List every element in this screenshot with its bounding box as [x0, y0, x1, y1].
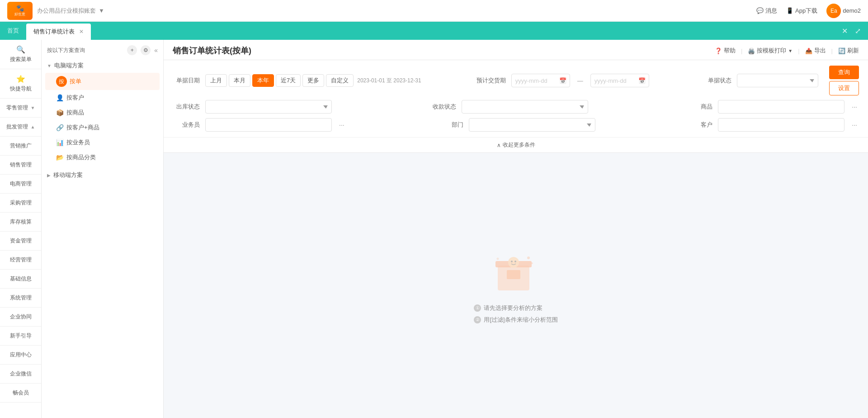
collapse-bar[interactable]: ∧ 收起更多条件 [164, 137, 868, 152]
tip-item-1: ① 请先选择要分析的方案 [474, 302, 557, 314]
order-status-select[interactable] [737, 74, 818, 87]
customer-more-btn[interactable]: ··· [850, 121, 859, 128]
tree-item-by-customer[interactable]: 👤 按客户 [45, 90, 160, 105]
date-separator: — [576, 77, 585, 84]
sidebar-item-search-menu[interactable]: 🔍 搜索菜单 [0, 40, 41, 69]
wechat-label: 企业微信 [10, 370, 32, 378]
tab-sales-order[interactable]: 销售订单统计表 ✕ [26, 24, 91, 40]
close-window-btn[interactable]: ✕ [840, 25, 849, 37]
goods-more-btn[interactable]: ··· [850, 103, 859, 110]
date-btn-this-month[interactable]: 本月 [229, 74, 250, 87]
purchase-label: 采购管理 [10, 199, 32, 207]
sidebar-item-enterprise[interactable]: 企业协同 [0, 308, 41, 327]
sidebar-item-newbie[interactable]: 新手引导 [0, 327, 41, 346]
salesman-input[interactable] [205, 118, 332, 132]
basic-label: 基础信息 [10, 275, 32, 283]
dept-select[interactable] [469, 118, 595, 132]
print-template-btn[interactable]: 🖨️ 按模板打印 ▼ [748, 47, 793, 55]
sidebar-item-ecommerce[interactable]: 电商管理 [0, 175, 41, 194]
date-btn-this-year[interactable]: 本年 [252, 74, 274, 87]
date-btn-custom[interactable]: 自定义 [326, 74, 354, 87]
settings-scheme-btn[interactable]: ⚙ [141, 45, 151, 55]
sidebar-item-wechat[interactable]: 企业微信 [0, 365, 41, 384]
sidebar-item-quick-nav[interactable]: ⭐ 快捷导航 [0, 69, 41, 99]
empty-state: ① 请先选择要分析的方案 ② 用[过滤]条件来缩小分析范围 [164, 153, 868, 418]
app-title-area[interactable]: 办公用品行业模拟账套 ▼ [37, 7, 104, 15]
search-btn[interactable]: 查询 [829, 66, 859, 79]
message-btn[interactable]: 💬 消息 [756, 7, 777, 15]
tab-home-label: 首页 [7, 27, 19, 35]
tree-item-by-customer-product[interactable]: 🔗 按客户+商品 [45, 120, 160, 135]
logo-text: 好生意 [14, 12, 25, 17]
tree-item-by-salesman[interactable]: 📊 按业务员 [45, 135, 160, 150]
date-btn-more[interactable]: 更多 [302, 74, 324, 87]
ship-status-select[interactable] [205, 100, 332, 114]
export-btn[interactable]: 📤 导出 [805, 47, 826, 55]
page-actions: ❓ 帮助 | 🖨️ 按模板打印 ▼ | 📤 导出 [715, 47, 859, 55]
date-btn-last-month[interactable]: 上月 [205, 74, 227, 87]
search-menu-icon: 🔍 [16, 45, 25, 54]
left-panel: 按以下方案查询 + ⚙ « ▼ 电脑端方案 按 按单 [42, 40, 164, 418]
sidebar-item-purchase[interactable]: 采购管理 [0, 194, 41, 213]
tab-close-btn[interactable]: ✕ [79, 28, 84, 35]
sidebar-item-membership[interactable]: 畅会员 [0, 384, 41, 403]
user-menu[interactable]: Ea demo2 [826, 4, 861, 18]
empty-tips: ① 请先选择要分析的方案 ② 用[过滤]条件来缩小分析范围 [474, 302, 557, 326]
sidebar-item-retail[interactable]: 零售管理 ▼ [0, 99, 41, 118]
payment-status-select[interactable] [462, 100, 588, 114]
collapse-label: 收起更多条件 [503, 141, 535, 149]
dept-label: 部门 [436, 121, 463, 129]
tree-item-by-order[interactable]: 按 按单 [45, 73, 160, 90]
svg-point-6 [527, 256, 530, 259]
print-icon: 🖨️ [748, 48, 755, 54]
mobile-section-label: 移动端方案 [53, 171, 83, 179]
tree-arrow-mobile: ▶ [47, 173, 51, 178]
tabbar: 首页 销售订单统计表 ✕ ✕ ⤢ [0, 22, 868, 40]
order-status-label: 单据状态 [704, 76, 731, 85]
help-btn[interactable]: ❓ 帮助 [715, 47, 736, 55]
tree-item-by-category[interactable]: 📂 按商品分类 [45, 150, 160, 165]
tree-section-mobile: ▶ 移动端方案 [42, 168, 163, 182]
goods-input[interactable] [718, 100, 844, 114]
wholesale-arrow: ▲ [31, 124, 35, 129]
expected-date-start[interactable] [511, 74, 570, 87]
avatar: Ea [826, 4, 841, 18]
sidebar-item-marketing[interactable]: 营销推广 [0, 137, 41, 156]
sidebar-item-wholesale[interactable]: 批发管理 ▲ [0, 118, 41, 137]
add-scheme-btn[interactable]: + [127, 45, 137, 55]
reset-btn[interactable]: 设置 [829, 81, 859, 95]
salesman-more-btn[interactable]: ··· [337, 121, 346, 128]
dept-wrapper: ▼ [469, 118, 595, 132]
tabbar-actions: ✕ ⤢ [840, 22, 868, 40]
sidebar-item-finance[interactable]: 资金管理 [0, 232, 41, 251]
tab-home[interactable]: 首页 [0, 22, 26, 40]
expected-date-end[interactable] [590, 74, 649, 87]
sidebar-item-inventory[interactable]: 库存核算 [0, 213, 41, 232]
app-download-btn[interactable]: 📱 App下载 [786, 7, 817, 15]
sidebar-item-operation[interactable]: 经营管理 [0, 251, 41, 270]
app-title-arrow: ▼ [99, 7, 104, 14]
customer-label: 客户 [685, 121, 712, 129]
logo: 🐾 好生意 [7, 2, 33, 20]
date-btn-group: 上月 本月 本年 近7天 更多 自定义 2023-01-01 至 2023-12… [205, 74, 421, 87]
tree-header-mobile[interactable]: ▶ 移动端方案 [45, 168, 160, 182]
by-product-label: 按商品 [66, 109, 84, 117]
filter-row-2: 出库状态 ▼ 收款状态 [173, 100, 859, 114]
system-label: 系统管理 [10, 294, 32, 302]
sidebar-item-basic[interactable]: 基础信息 [0, 270, 41, 289]
tree-header-pc[interactable]: ▼ 电脑端方案 [45, 59, 160, 72]
membership-label: 畅会员 [13, 389, 29, 397]
svg-point-3 [508, 257, 519, 268]
panel-title: 按以下方案查询 [47, 47, 85, 54]
refresh-btn[interactable]: 🔄 刷新 [838, 47, 859, 55]
collapse-panel-btn[interactable]: « [154, 45, 158, 55]
customer-input[interactable] [718, 118, 844, 132]
date-btn-7days[interactable]: 近7天 [276, 74, 301, 87]
sidebar-item-app-center[interactable]: 应用中心 [0, 346, 41, 365]
tree-item-by-product[interactable]: 📦 按商品 [45, 105, 160, 120]
sidebar: 🔍 搜索菜单 ⭐ 快捷导航 零售管理 ▼ 批发管理 ▲ 营销推广 销售管理 电商… [0, 40, 42, 418]
expand-window-btn[interactable]: ⤢ [853, 25, 863, 37]
sidebar-item-sales[interactable]: 销售管理 [0, 156, 41, 175]
by-category-label: 按商品分类 [66, 153, 96, 162]
sidebar-item-system[interactable]: 系统管理 [0, 289, 41, 308]
